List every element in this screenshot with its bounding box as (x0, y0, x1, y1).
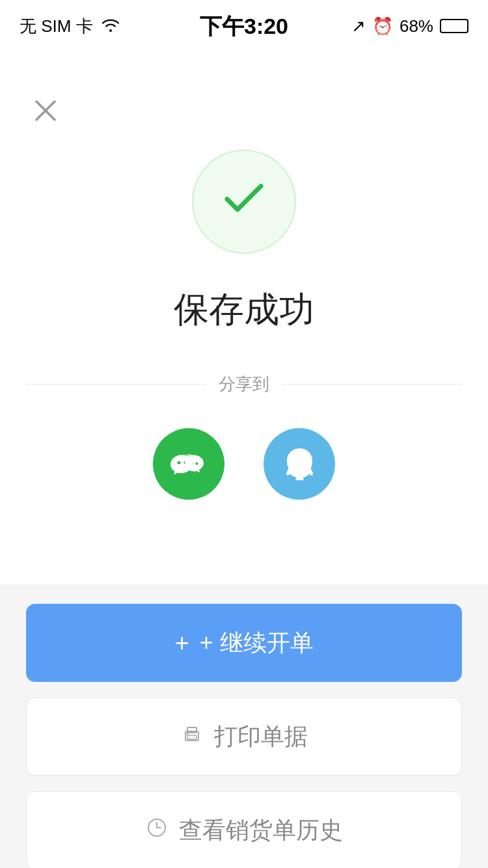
qq-icon (278, 443, 321, 485)
status-right: ↗ ⏰ 68% (351, 16, 468, 36)
share-divider: 分享到 (26, 373, 462, 396)
history-icon (145, 816, 169, 845)
svg-rect-5 (187, 735, 197, 739)
qq-share-button[interactable] (264, 428, 335, 500)
status-left: 无 SIM 卡 (20, 15, 120, 38)
share-label: 分享到 (219, 373, 269, 396)
sim-label: 无 SIM 卡 (20, 15, 93, 38)
status-time: 下午3:20 (200, 12, 288, 42)
close-button[interactable] (26, 91, 65, 130)
status-bar: 无 SIM 卡 下午3:20 ↗ ⏰ 68% (0, 0, 488, 52)
print-button[interactable]: 打印单据 (26, 698, 462, 776)
history-label: 查看销货单历史 (179, 815, 343, 847)
svg-point-6 (187, 733, 189, 735)
close-icon (33, 98, 59, 124)
checkmark-icon (218, 172, 270, 232)
divider-right (282, 384, 462, 385)
battery-bar (440, 19, 468, 33)
continue-order-label: + 继续开单 (200, 627, 314, 659)
print-icon (180, 722, 204, 752)
share-icons-container (26, 428, 462, 500)
history-button[interactable]: 查看销货单历史 (26, 791, 462, 868)
success-circle (192, 150, 296, 254)
main-content: 保存成功 分享到 (0, 52, 488, 584)
print-label: 打印单据 (214, 721, 308, 753)
buttons-section: + + 继续开单 打印单据 查看销货单历史 (0, 584, 488, 868)
wifi-icon (101, 16, 120, 36)
alarm-icon: ⏰ (372, 16, 393, 36)
wechat-share-button[interactable] (153, 428, 224, 500)
location-icon: ↗ (351, 16, 366, 36)
plus-icon: + (174, 629, 189, 657)
divider-left (26, 384, 206, 385)
wechat-icon (168, 443, 210, 485)
success-title: 保存成功 (26, 286, 462, 334)
battery-percent: 68% (400, 16, 433, 36)
continue-order-button[interactable]: + + 继续开单 (26, 604, 462, 682)
